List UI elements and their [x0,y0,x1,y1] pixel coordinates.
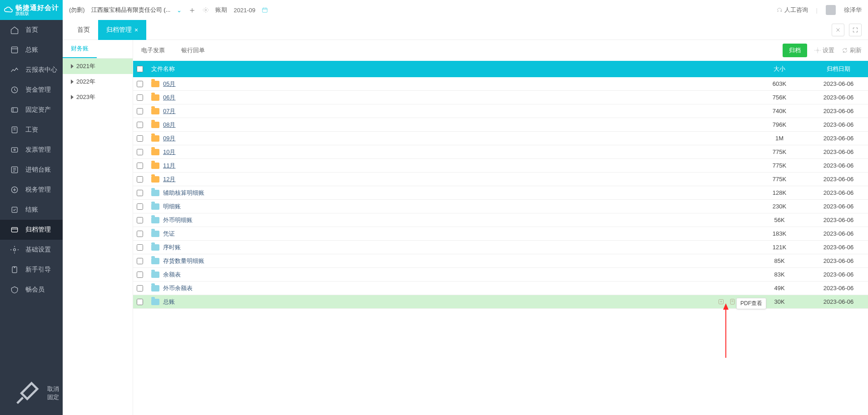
period-value[interactable]: 2021-09 [233,7,255,14]
tab-close-icon[interactable]: × [134,26,138,34]
fullscreen-button[interactable] [849,24,862,36]
subtab-finance[interactable]: 财务账 [63,40,97,58]
folder-link[interactable]: 07月 [163,107,175,115]
sidebar-item-11[interactable]: 基础设置 [0,240,63,260]
sidebar-item-10[interactable]: 归档管理 [0,220,63,240]
year-item[interactable]: 2021年 [63,59,133,74]
table-row[interactable]: 11月775K2023-06-06 [133,159,868,173]
row-checkbox[interactable] [137,176,143,183]
table-row[interactable]: 明细账230K2023-06-06 [133,200,868,213]
row-date: 2023-06-06 [809,94,868,101]
sidebar-item-4[interactable]: 固定资产 [0,100,63,120]
subtab-einvoice[interactable]: 电子发票 [133,42,173,59]
sidebar-item-12[interactable]: 新手引导 [0,260,63,280]
row-checkbox[interactable] [137,149,143,155]
company-chevron-icon[interactable]: ⌄ [177,7,182,14]
table-row[interactable]: 12月775K2023-06-06 [133,173,868,186]
folder-link[interactable]: 06月 [163,94,175,102]
annotation-arrow [721,303,730,358]
table-row[interactable]: 存货数量明细账85K2023-06-06 [133,254,868,268]
folder-link[interactable]: 12月 [163,175,175,183]
table-row[interactable]: 序时账121K2023-06-06 [133,241,868,254]
row-checkbox[interactable] [137,81,143,87]
col-name: 文件名称 [147,65,750,73]
sidebar: 畅捷通好会计 旗舰版 首页总账云报表中心资金管理固定资产工资发票管理进销台账税务… [0,0,63,415]
close-button[interactable] [832,24,844,36]
row-checkbox[interactable] [137,135,143,142]
settings-button[interactable]: 设置 [814,46,834,54]
row-size: 85K [750,257,809,264]
subtab-bank[interactable]: 银行回单 [173,42,213,59]
row-checkbox[interactable] [137,244,143,251]
row-checkbox[interactable] [137,94,143,101]
sidebar-item-5[interactable]: 工资 [0,120,63,140]
row-checkbox[interactable] [137,190,143,196]
sidebar-item-1[interactable]: 总账 [0,40,63,60]
row-date: 2023-06-06 [809,176,868,183]
table-row[interactable]: 08月796K2023-06-06 [133,118,868,132]
row-date: 2023-06-06 [809,298,868,305]
row-checkbox[interactable] [137,272,143,278]
row-checkbox[interactable] [137,217,143,223]
settings-icon[interactable] [203,7,209,13]
table-row[interactable]: 09月1M2023-06-06 [133,132,868,145]
archive-button[interactable]: 归档 [783,44,807,57]
table-row[interactable]: 外币余额表49K2023-06-06 [133,282,868,295]
row-checkbox[interactable] [137,163,143,169]
folder-link[interactable]: 09月 [163,134,175,143]
table-row[interactable]: 余额表83K2023-06-06 [133,268,868,282]
folder-link[interactable]: 10月 [163,148,175,156]
consult-link[interactable]: 人工咨询 [776,6,808,14]
row-checkbox[interactable] [137,108,143,114]
row-checkbox[interactable] [137,122,143,128]
folder-icon [151,176,159,183]
row-date: 2023-06-06 [809,148,868,155]
folder-link[interactable]: 05月 [163,80,175,88]
sidebar-item-7[interactable]: 进销台账 [0,160,63,180]
refresh-button[interactable]: 刷新 [842,46,862,54]
company-name[interactable]: 江西服宝精品有限责任公司 (... [91,6,171,14]
avatar[interactable] [826,5,836,15]
row-checkbox[interactable] [137,203,143,210]
folder-icon [151,244,159,251]
sidebar-icon [10,45,19,54]
table-row[interactable]: 06月756K2023-06-06 [133,91,868,104]
download-icon[interactable] [718,298,724,305]
topbar: (勿删) 江西服宝精品有限责任公司 (... ⌄ ＋ 账期 2021-09 人工… [63,0,868,20]
sidebar-item-2[interactable]: 云报表中心 [0,60,63,80]
username[interactable]: 徐泽华 [844,6,862,14]
table-row[interactable]: 辅助核算明细账128K2023-06-06 [133,186,868,200]
sidebar-item-8[interactable]: 税务管理 [0,180,63,200]
unpin-button[interactable]: 取消固定 [0,371,63,415]
year-item[interactable]: 2022年 [63,74,133,89]
select-all-checkbox[interactable] [137,66,143,72]
sidebar-item-0[interactable]: 首页 [0,20,63,40]
sidebar-item-9[interactable]: 结账 [0,200,63,220]
row-checkbox[interactable] [137,285,143,291]
folder-name: 明细账 [163,203,181,211]
sidebar-item-6[interactable]: 发票管理 [0,140,63,160]
sidebar-item-13[interactable]: 畅会员 [0,280,63,300]
table-row[interactable]: 凭证183K2023-06-06 [133,227,868,241]
pdf-icon[interactable] [729,298,736,305]
folder-icon [151,149,159,155]
folder-icon [151,122,159,128]
table-row[interactable]: 10月775K2023-06-06 [133,145,868,159]
table-row[interactable]: 07月740K2023-06-06 [133,104,868,118]
company-prefix: (勿删) [69,6,85,14]
sidebar-item-3[interactable]: 资金管理 [0,80,63,100]
tab-home[interactable]: 首页 [69,20,98,40]
table-row[interactable]: 外币明细账56K2023-06-06 [133,213,868,227]
row-checkbox[interactable] [137,258,143,264]
row-checkbox[interactable] [137,231,143,237]
year-item[interactable]: 2023年 [63,89,133,105]
row-date: 2023-06-06 [809,121,868,128]
calendar-icon[interactable] [262,7,268,13]
table-row[interactable]: 05月603K2023-06-06 [133,77,868,91]
tab-archive[interactable]: 归档管理 × [98,20,146,40]
folder-link[interactable]: 08月 [163,121,175,129]
row-checkbox[interactable] [137,299,143,305]
row-size: 603K [750,80,809,87]
plus-icon[interactable]: ＋ [188,5,196,15]
folder-link[interactable]: 11月 [163,162,175,170]
